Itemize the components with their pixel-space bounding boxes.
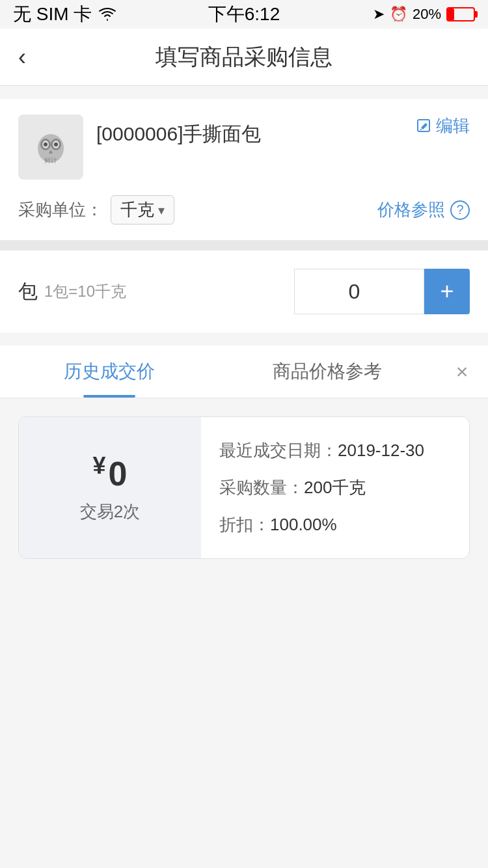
quantity-input-wrap: + xyxy=(294,269,470,314)
price-right-panel: 最近成交日期：2019-12-30 采购数量：200千克 折扣：100.00% xyxy=(201,417,469,558)
quantity-row: 包 1包=10千克 + xyxy=(0,251,488,332)
status-bar: 无 SIM 卡 下午6:12 ➤ ⏰ 20% xyxy=(0,0,488,29)
location-icon: ➤ xyxy=(373,6,385,23)
price-ref-button[interactable]: 价格参照 ? xyxy=(377,198,470,221)
divider-bar xyxy=(0,240,488,251)
svg-line-10 xyxy=(420,129,422,130)
price-card: ¥0 交易2次 最近成交日期：2019-12-30 采购数量：200千克 折扣：… xyxy=(18,416,470,559)
product-name: [0000006]手撕面包 xyxy=(96,121,261,148)
quantity-input[interactable] xyxy=(294,269,424,314)
discount-row: 折扣：100.00% xyxy=(219,512,451,537)
unit-label-row: 包 1包=10千克 xyxy=(18,278,126,305)
back-button[interactable]: ‹ xyxy=(18,44,26,71)
product-card: 鲜计 [0000006]手撕面包 编辑 采购单位： 千克 ▾ 价格参照 xyxy=(0,99,488,240)
status-right: ➤ ⏰ 20% xyxy=(373,6,475,23)
purchase-unit-row: 采购单位： 千克 ▾ 价格参照 ? xyxy=(18,195,470,224)
product-info: 鲜计 [0000006]手撕面包 xyxy=(18,115,261,180)
product-details: [0000006]手撕面包 xyxy=(96,115,261,148)
purchase-qty-value: 200千克 xyxy=(304,478,366,497)
trade-count: 交易2次 xyxy=(80,500,140,523)
recent-date-value: 2019-12-30 xyxy=(338,441,424,460)
recent-date-row: 最近成交日期：2019-12-30 xyxy=(219,438,451,463)
product-header: 鲜计 [0000006]手撕面包 编辑 xyxy=(18,115,470,180)
edit-button[interactable]: 编辑 xyxy=(416,115,470,137)
main-content-bg xyxy=(0,577,488,868)
unit-left: 采购单位： 千克 ▾ xyxy=(18,195,174,224)
product-image: 鲜计 xyxy=(18,115,83,180)
battery-percent: 20% xyxy=(413,6,441,23)
purchase-qty-row: 采购数量：200千克 xyxy=(219,475,451,500)
product-logo: 鲜计 xyxy=(31,128,70,167)
status-time: 下午6:12 xyxy=(208,2,280,27)
tab-history-price[interactable]: 历史成交价 xyxy=(0,346,218,398)
help-icon: ? xyxy=(450,200,470,220)
tab-close-button[interactable]: × xyxy=(436,346,488,398)
svg-point-6 xyxy=(54,142,58,146)
unit-char: 包 xyxy=(18,278,38,305)
nav-bar: ‹ 填写商品采购信息 xyxy=(0,29,488,86)
unit-label: 采购单位： xyxy=(18,198,103,221)
price-left-panel: ¥0 交易2次 xyxy=(19,417,201,558)
quantity-plus-button[interactable]: + xyxy=(424,269,470,314)
tab-bar: 历史成交价 商品价格参考 × xyxy=(0,346,488,398)
unit-eq: 1包=10千克 xyxy=(44,281,126,302)
alarm-icon: ⏰ xyxy=(390,6,407,23)
currency-symbol: ¥ xyxy=(93,452,106,479)
status-carrier: 无 SIM 卡 xyxy=(13,2,116,27)
tab-product-price-ref[interactable]: 商品价格参考 xyxy=(218,346,436,398)
discount-value: 100.00% xyxy=(270,515,337,534)
battery-icon xyxy=(446,7,475,21)
chevron-down-icon: ▾ xyxy=(158,202,165,218)
tab-active-indicator xyxy=(83,395,135,398)
page-title: 填写商品采购信息 xyxy=(156,42,332,72)
unit-select-dropdown[interactable]: 千克 ▾ xyxy=(111,195,174,224)
svg-point-5 xyxy=(44,142,47,146)
price-amount: ¥0 xyxy=(93,452,128,493)
edit-icon xyxy=(416,118,432,134)
svg-text:鲜计: 鲜计 xyxy=(44,157,57,164)
price-section: ¥0 交易2次 最近成交日期：2019-12-30 采购数量：200千克 折扣：… xyxy=(0,398,488,577)
wifi-icon xyxy=(98,7,116,21)
